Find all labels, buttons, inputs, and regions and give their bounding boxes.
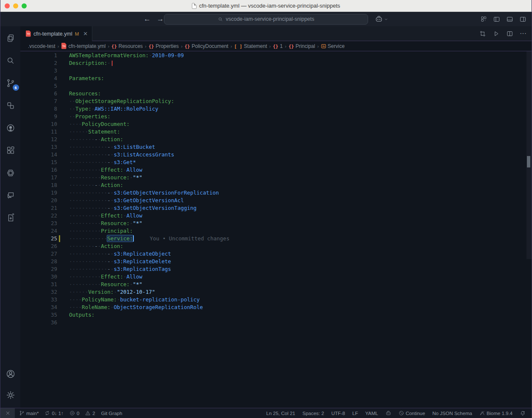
- code-line-17[interactable]: 17··········Resource:·"*": [20, 174, 532, 181]
- code-line-34[interactable]: 34····RoleName:·ObjectStorageReplication…: [20, 304, 532, 311]
- line-number[interactable]: 32: [20, 288, 57, 296]
- code-editor[interactable]: 1AWSTemplateFormatVersion:·2010-09-092De…: [20, 51, 532, 408]
- line-number[interactable]: 10: [20, 120, 57, 128]
- status-copilot[interactable]: [385, 410, 391, 416]
- line-number[interactable]: 30: [20, 273, 57, 281]
- status-sync[interactable]: 0↓ 1↑: [44, 410, 64, 416]
- line-number[interactable]: 7: [20, 98, 57, 105]
- breadcrumb-item-policydocument[interactable]: {}PolicyDocument: [185, 43, 228, 49]
- code-line-8[interactable]: 8··Type:·AWS::IAM::RolePolicy: [20, 105, 532, 113]
- code-line-16[interactable]: 16··········Effect:·Allow: [20, 166, 532, 174]
- code-line-20[interactable]: 20············-·s3:GetObjectVersionAcl: [20, 197, 532, 204]
- status-biome[interactable]: Biome 1.9.4: [479, 410, 513, 416]
- run-file-icon[interactable]: [493, 30, 500, 37]
- breadcrumb-item-properties[interactable]: {}Properties: [149, 43, 179, 49]
- line-number[interactable]: 28: [20, 258, 57, 265]
- line-number[interactable]: 12: [20, 136, 57, 143]
- code-line-33[interactable]: 33····PolicyName:·bucket-replication-pol…: [20, 296, 532, 304]
- code-line-2[interactable]: 2Description:·|: [20, 59, 532, 67]
- navigate-back-icon[interactable]: ←: [144, 15, 151, 23]
- activity-item-github[interactable]: [5, 122, 17, 134]
- tab-cfn-template[interactable]: cfn-template.yml M ✕: [20, 26, 92, 41]
- line-number[interactable]: 6: [20, 90, 57, 98]
- code-line-25[interactable]: 25············Service:You • Uncommitted …: [20, 235, 532, 242]
- code-line-21[interactable]: 21············-·s3:GetObjectVersionTaggi…: [20, 204, 532, 212]
- code-line-1[interactable]: 1AWSTemplateFormatVersion:·2010-09-09: [20, 52, 532, 59]
- activity-item-accounts[interactable]: [5, 368, 17, 380]
- status-continue[interactable]: Continue: [399, 410, 425, 416]
- code-line-11[interactable]: 11······Statement:: [20, 128, 532, 136]
- code-line-14[interactable]: 14············-·s3:ListAccessGrants: [20, 151, 532, 159]
- close-window-button[interactable]: [5, 3, 10, 8]
- code-line-36[interactable]: 36: [20, 319, 532, 326]
- line-number[interactable]: 29: [20, 265, 57, 273]
- command-center-search[interactable]: vscode-iam-service-principal-snippets: [164, 14, 368, 25]
- line-number[interactable]: 33: [20, 296, 57, 304]
- line-number[interactable]: 25: [20, 235, 57, 242]
- split-editor-icon[interactable]: [506, 30, 513, 37]
- status-remote[interactable]: [0, 408, 15, 418]
- line-number[interactable]: 21: [20, 204, 57, 212]
- status-cursor-position[interactable]: Ln 25, Col 21: [266, 411, 295, 416]
- status-eol[interactable]: LF: [352, 411, 358, 416]
- status-warnings[interactable]: 2: [85, 410, 95, 416]
- activity-item-run-extensions[interactable]: [5, 100, 17, 111]
- line-number[interactable]: 35: [20, 311, 57, 319]
- line-number[interactable]: 8: [20, 105, 57, 113]
- line-number[interactable]: 26: [20, 242, 57, 250]
- toggle-secondary-sidebar-icon[interactable]: [519, 16, 526, 23]
- code-line-18[interactable]: 18········-·Action:: [20, 181, 532, 189]
- code-line-30[interactable]: 30··········Effect:·Allow: [20, 273, 532, 281]
- status-notifications[interactable]: [520, 410, 526, 416]
- line-number[interactable]: 36: [20, 319, 57, 326]
- open-changes-icon[interactable]: [479, 30, 486, 37]
- code-line-29[interactable]: 29············-·s3:ReplicationTags: [20, 265, 532, 273]
- chevron-down-icon[interactable]: [384, 17, 388, 22]
- line-number[interactable]: 11: [20, 128, 57, 136]
- line-number[interactable]: 22: [20, 212, 57, 220]
- status-indentation[interactable]: Spaces: 2: [302, 411, 324, 416]
- code-line-22[interactable]: 22··········Effect:·Allow: [20, 212, 532, 220]
- code-line-23[interactable]: 23··········Resource:·"*": [20, 220, 532, 227]
- code-line-32[interactable]: 32······Version:·"2012-10-17": [20, 288, 532, 296]
- activity-item-snippets[interactable]: [5, 212, 17, 224]
- minimize-window-button[interactable]: [13, 3, 18, 8]
- activity-item-explorer[interactable]: [5, 32, 17, 44]
- line-number[interactable]: 15: [20, 159, 57, 166]
- code-line-28[interactable]: 28············-·s3:ReplicateDelete: [20, 258, 532, 265]
- line-number[interactable]: 13: [20, 143, 57, 151]
- activity-item-source-control[interactable]: 6: [5, 77, 17, 89]
- activity-item-extensions[interactable]: [5, 145, 17, 156]
- line-number[interactable]: 18: [20, 181, 57, 189]
- breadcrumb-item-cfn-template-yml[interactable]: cfn-template.yml: [61, 43, 105, 49]
- code-line-24[interactable]: 24··········Principal:: [20, 227, 532, 235]
- activity-item-conventional-commits[interactable]: [5, 167, 17, 179]
- customize-layout-icon[interactable]: [480, 16, 487, 23]
- line-number[interactable]: 9: [20, 113, 57, 120]
- line-number[interactable]: 31: [20, 281, 57, 288]
- code-line-3[interactable]: 3: [20, 67, 532, 75]
- breadcrumb-item-statement[interactable]: [ ]Statement: [234, 43, 267, 49]
- status-language-mode[interactable]: YAML: [365, 411, 378, 416]
- status-git-graph[interactable]: Git Graph: [101, 411, 122, 416]
- code-line-15[interactable]: 15············-·s3:Get*: [20, 159, 532, 166]
- code-line-9[interactable]: 9··Properties:: [20, 113, 532, 120]
- status-errors[interactable]: 0: [69, 410, 79, 416]
- status-encoding[interactable]: UTF-8: [331, 411, 345, 416]
- code-line-7[interactable]: 7··ObjectStorageReplicationPolicy:: [20, 98, 532, 105]
- line-number[interactable]: 16: [20, 166, 57, 174]
- activity-item-search[interactable]: [5, 55, 17, 67]
- code-line-26[interactable]: 26········-·Action:: [20, 242, 532, 250]
- breadcrumb-item--vscode-test[interactable]: .vscode-test: [28, 43, 55, 49]
- line-number[interactable]: 2: [20, 59, 57, 67]
- breadcrumb-item-resources[interactable]: {}Resources: [111, 43, 143, 49]
- toggle-panel-icon[interactable]: [506, 16, 513, 23]
- line-number[interactable]: 3: [20, 67, 57, 75]
- zoom-window-button[interactable]: [22, 3, 27, 8]
- line-number[interactable]: 17: [20, 174, 57, 181]
- toggle-primary-sidebar-icon[interactable]: [493, 16, 500, 23]
- code-line-31[interactable]: 31··········Resource:·"*": [20, 281, 532, 288]
- code-line-10[interactable]: 10····PolicyDocument:: [20, 120, 532, 128]
- line-number[interactable]: 27: [20, 250, 57, 258]
- line-number[interactable]: 19: [20, 189, 57, 197]
